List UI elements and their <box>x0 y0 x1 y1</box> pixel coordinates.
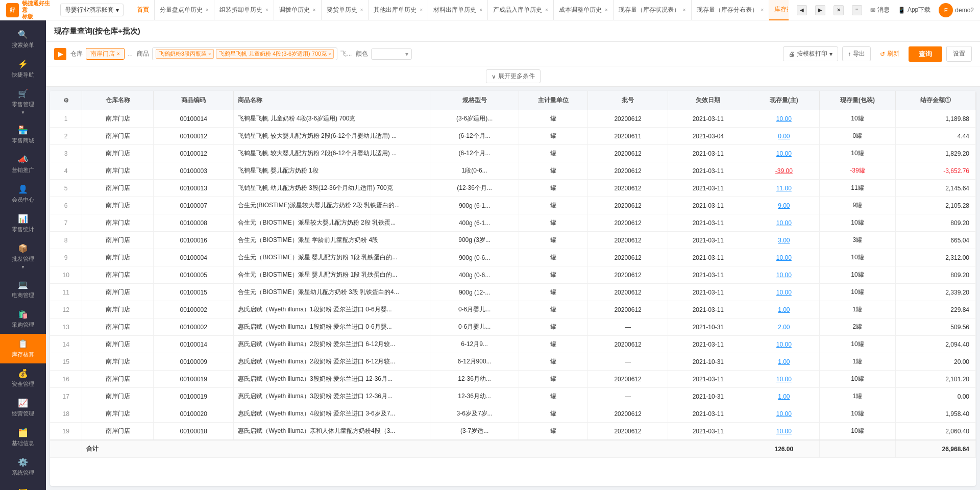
filter-expand-button[interactable]: ▶ <box>54 48 66 60</box>
product-tag-close-0[interactable]: × <box>208 52 211 57</box>
row-batch: 20200612 <box>587 405 668 423</box>
tab-close-chengben[interactable]: × <box>605 7 608 13</box>
row-qty[interactable]: 10.00 <box>748 145 820 162</box>
tab-close-fen[interactable]: × <box>206 7 209 13</box>
top-tab-pici[interactable]: 库存批次账× <box>769 0 789 20</box>
row-no: 10 <box>50 266 82 284</box>
product-tag-1[interactable]: 飞鹤星飞帆 儿童奶粉 4段(3-6岁适用) 700克× <box>216 49 334 59</box>
row-qty[interactable]: 10.00 <box>748 371 820 388</box>
tab-close-zu[interactable]: × <box>265 7 268 13</box>
col-settings[interactable]: ⚙ <box>50 91 82 110</box>
sidebar-item-finance[interactable]: 💰资金管理 <box>0 363 46 393</box>
expand-more-button[interactable]: ∨ 展开更多条件 <box>486 69 541 83</box>
row-qty[interactable]: 10.00 <box>748 284 820 301</box>
row-code: 00100019 <box>154 371 234 388</box>
top-tab-qita[interactable]: 其他出库单历史× <box>369 0 428 20</box>
row-expire: 2021-03-11 <box>668 336 748 353</box>
top-tab-zu[interactable]: 组装拆卸单历史× <box>214 0 274 20</box>
row-qty[interactable]: 10.00 <box>748 214 820 232</box>
table-row: 6 南岸门店 00100007 合生元(BIOSTIME)派星较大婴儿配方奶粉 … <box>50 197 976 214</box>
top-tab-fen[interactable]: 分量盘点单历史× <box>155 0 214 20</box>
row-qty[interactable]: 2.00 <box>748 318 820 336</box>
top-tab-xianquan2[interactable]: 现存量（库存分布表）× <box>692 0 770 20</box>
tab-menu-btn[interactable]: ≡ <box>852 5 862 15</box>
purchase-icon: 🛍️ <box>18 309 28 319</box>
export-button[interactable]: ↑ 导出 <box>842 46 871 61</box>
top-tab-home[interactable]: 首页 <box>132 0 155 20</box>
row-qty[interactable]: 1.00 <box>748 353 820 371</box>
product-filter-more[interactable]: 飞... <box>340 50 352 58</box>
app-download-link[interactable]: 📱 App下载 <box>898 6 930 14</box>
sidebar-item-quicknav[interactable]: ⚡快捷导航 <box>0 54 46 84</box>
refresh-button[interactable]: ↺ 刷新 <box>875 47 904 61</box>
sidebar-item-ops[interactable]: 📈经营管理 <box>0 393 46 423</box>
settings-button[interactable]: 设置 <box>946 46 972 62</box>
sidebar-item-basic[interactable]: 🗂️基础信息 <box>0 423 46 452</box>
top-tab-chengben[interactable]: 成本调整单历史× <box>554 0 614 20</box>
row-qty[interactable]: 11.00 <box>748 180 820 197</box>
product-tag-0[interactable]: 飞鹤奶粉3段丙瓶装× <box>156 49 214 59</box>
sidebar-item-member[interactable]: 👤会员中心 <box>0 179 46 209</box>
row-qty-pkg: 11罐 <box>820 180 896 197</box>
row-qty[interactable]: 10.00 <box>748 266 820 284</box>
table-row: 1 南岸门店 00100014 飞鹤星飞帆 儿童奶粉 4段(3-6岁适用) 70… <box>50 110 976 128</box>
row-qty[interactable]: 10.00 <box>748 336 820 353</box>
row-qty[interactable]: 10.00 <box>748 110 820 128</box>
sidebar-item-system[interactable]: ⚙️系统管理 <box>0 452 46 482</box>
top-tab-tiao[interactable]: 调拨单历史× <box>274 0 322 20</box>
user-profile[interactable]: E demo2 <box>939 3 974 17</box>
page-title: 现存量查询(按仓库+批次) <box>54 27 972 36</box>
tab-nav-next[interactable]: ▶ <box>815 5 825 15</box>
row-no: 15 <box>50 353 82 371</box>
warehouse-filter-more[interactable]: ... <box>128 51 133 58</box>
row-qty[interactable]: -39.00 <box>748 162 820 180</box>
system-icon: ⚙️ <box>18 457 28 467</box>
tab-close-tiao[interactable]: × <box>313 7 316 13</box>
top-tab-yao[interactable]: 要货单历史× <box>322 0 369 20</box>
row-unit: 罐 <box>519 214 588 232</box>
tab-close-chengpin[interactable]: × <box>545 7 548 13</box>
row-qty[interactable]: 9.00 <box>748 197 820 214</box>
row-amount: 2,145.64 <box>895 180 975 197</box>
tab-close-yao[interactable]: × <box>360 7 363 13</box>
sidebar-item-ecom[interactable]: 💻电商管理 <box>0 275 46 304</box>
tab-close-xianquan2[interactable]: × <box>761 7 764 13</box>
sidebar-item-stats[interactable]: 📊零售统计 <box>0 209 46 238</box>
messages-link[interactable]: ✉ 消息 <box>870 6 890 14</box>
sidebar-item-marketing[interactable]: 📣营销推广 <box>0 150 46 179</box>
tab-close-qita[interactable]: × <box>420 7 423 13</box>
row-qty[interactable]: 3.00 <box>748 232 820 249</box>
top-tab-chengpin[interactable]: 产成品入库单历史× <box>488 0 554 20</box>
query-button[interactable]: 查询 <box>909 46 942 62</box>
sidebar-item-wholesale[interactable]: 📦批发管理▼ <box>0 238 46 275</box>
sidebar-item-search[interactable]: 🔍搜索菜单 <box>0 24 46 54</box>
tab-nav-prev[interactable]: ◀ <box>797 5 807 15</box>
color-dropdown[interactable]: ▾ <box>371 48 412 60</box>
sidebar-item-retail[interactable]: 🛒零售管理▼ <box>0 84 46 120</box>
template-print-button[interactable]: 🖨 按模板打印 ▾ <box>783 46 838 61</box>
sidebar-item-shop[interactable]: 🏪零售商城 <box>0 120 46 150</box>
row-qty[interactable]: 10.00 <box>748 249 820 266</box>
row-qty[interactable]: 1.00 <box>748 301 820 318</box>
row-batch: 20200612 <box>587 336 668 353</box>
warehouse-tag-close[interactable]: × <box>117 51 120 57</box>
sidebar-item-purchase[interactable]: 🛍️采购管理 <box>0 304 46 334</box>
tab-close-xianquan[interactable]: × <box>683 7 686 13</box>
sidebar-item-corp[interactable]: 🤝企业协同 <box>0 482 46 490</box>
top-tab-xianquan[interactable]: 现存量（库存状况表）× <box>614 0 692 20</box>
row-qty[interactable]: 1.00 <box>748 388 820 405</box>
tab-close-cailiao[interactable]: × <box>479 7 482 13</box>
footer-total-qty: 126.00 <box>748 440 820 458</box>
product-tag-close-1[interactable]: × <box>328 52 331 57</box>
product-filter-box[interactable]: 飞鹤奶粉3段丙瓶装×飞鹤星飞帆 儿童奶粉 4段(3-6岁适用) 700克× <box>152 47 338 60</box>
row-qty[interactable]: 10.00 <box>748 405 820 423</box>
row-qty[interactable]: 0.00 <box>748 128 820 145</box>
row-unit: 罐 <box>519 128 588 145</box>
tab-close-current[interactable]: ✕ <box>834 5 844 15</box>
sidebar-item-inventory[interactable]: 📋库存核算 <box>0 334 46 363</box>
ops-icon: 📈 <box>18 398 28 408</box>
account-dropdown[interactable]: 母婴行业演示账套 ▾ <box>60 4 124 16</box>
warehouse-tag[interactable]: 南岸门店 × <box>86 48 125 60</box>
row-qty[interactable]: 10.00 <box>748 423 820 440</box>
top-tab-cailiao[interactable]: 材料出库单历史× <box>428 0 488 20</box>
